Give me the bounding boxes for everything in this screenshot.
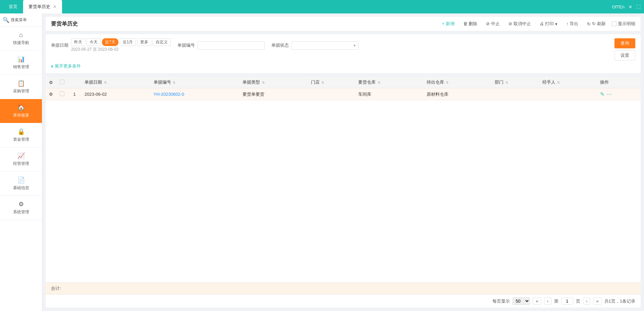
col-action-header: 操作: [597, 77, 641, 88]
col-req-warehouse-sort-icon: ⇅: [378, 81, 380, 84]
window-maximize-icon[interactable]: ⛶: [636, 4, 641, 9]
col-store-sort-icon: ⇅: [321, 81, 324, 84]
new-button-label: + 新增: [442, 21, 454, 27]
data-table: ⚙ 单据日期 ⇅ 单据编号 ⇅: [46, 77, 641, 100]
display-toggle[interactable]: 显示明细: [612, 21, 635, 27]
date-shortcut-list: 昨天 今天 近7天 近1月 更多 自定义: [71, 38, 171, 46]
col-department-header[interactable]: 部门 ⇅: [491, 77, 539, 88]
row-settings-icon[interactable]: ⚙: [46, 88, 56, 100]
date-btn-yesterday[interactable]: 昨天: [71, 38, 85, 46]
col-pending-warehouse-sort-icon: ⇅: [446, 81, 448, 84]
page-label: 第: [554, 298, 558, 304]
filter-buttons: 查询 设置: [614, 38, 635, 60]
col-settings-header[interactable]: ⚙: [46, 77, 56, 88]
col-date-header[interactable]: 单据日期 ⇅: [81, 77, 150, 88]
col-docno-sort-icon: ⇅: [173, 81, 175, 84]
tab-list: 首页 要货单历史 ✕: [3, 0, 62, 13]
sidebar-item-sales-label: 销售管理: [13, 64, 29, 70]
doc-number-filter-group: 单据编号: [177, 41, 265, 50]
date-shortcuts: 昨天 今天 近7天 近1月 更多 自定义 2023-05-27 至 2023-0…: [71, 38, 171, 52]
print-chevron-icon: ▾: [555, 21, 557, 27]
col-pending-warehouse-header[interactable]: 待出仓库 ⇅: [423, 77, 491, 88]
cancel-stop-button[interactable]: ⊘ 取消中止: [506, 19, 534, 28]
sidebar-item-purchase-label: 采购管理: [13, 88, 29, 94]
display-toggle-label: 显示明细: [618, 21, 635, 27]
row-action-edit-icon[interactable]: ✎: [600, 91, 604, 97]
row-doc-no[interactable]: YH-20230602-0: [150, 88, 239, 100]
doc-status-input[interactable]: [291, 41, 359, 50]
next-page-button[interactable]: ›: [583, 298, 590, 305]
sidebar-item-finance[interactable]: 🔒 资金管理: [0, 123, 42, 147]
page-header: 要货单历史 + 新增 🗑 删除 ⊘ 中止 ⊘ 取消中止 🖨 打印 ▾: [46, 17, 641, 31]
display-checkbox[interactable]: [612, 21, 616, 26]
col-handler-header[interactable]: 经手人 ⇅: [539, 77, 597, 88]
date-btn-7days[interactable]: 近7天: [102, 38, 118, 46]
tab-close-icon[interactable]: ✕: [53, 4, 56, 9]
date-btn-1month[interactable]: 近1月: [120, 38, 136, 46]
table-row: ⚙ 1 2023-06-02 YH-20230602-0 要货单要货 车间库 原…: [46, 88, 641, 100]
sidebar-item-basic-info[interactable]: 📄 基础信息: [0, 172, 42, 196]
expand-more[interactable]: ▾ 展开更多条件: [51, 63, 635, 69]
row-checkbox[interactable]: [56, 88, 68, 100]
row-store: [308, 88, 355, 100]
sidebar-item-system[interactable]: ⚙ 系统管理: [0, 196, 42, 220]
sidebar: 🔍 搜索菜单 ⌂ 快捷导航 📊 销售管理 📋 采购管理 🏠 库存核算 🔒 资金管…: [0, 13, 42, 311]
print-button[interactable]: 🖨 打印 ▾: [537, 19, 560, 28]
refresh-button[interactable]: ↻ ↻ 刷新: [584, 19, 608, 28]
filter-fields: 单据日期 昨天 今天 近7天 近1月 更多 自定义 2023-05-27 至 2…: [51, 38, 608, 52]
sidebar-item-sales[interactable]: 📊 销售管理: [0, 51, 42, 75]
tab-requisition-history[interactable]: 要货单历史 ✕: [23, 0, 62, 13]
setting-button[interactable]: 设置: [614, 50, 635, 60]
date-btn-more[interactable]: 更多: [137, 38, 151, 46]
sidebar-item-inventory[interactable]: 🏠 库存核算: [0, 99, 42, 123]
main-layout: 🔍 搜索菜单 ⌂ 快捷导航 📊 销售管理 📋 采购管理 🏠 库存核算 🔒 资金管…: [0, 13, 644, 311]
sidebar-item-quick-nav[interactable]: ⌂ 快捷导航: [0, 27, 42, 51]
system-icon: ⚙: [18, 201, 24, 208]
date-filter-group: 单据日期 昨天 今天 近7天 近1月 更多 自定义 2023-05-27 至 2…: [51, 38, 171, 52]
doc-number-input[interactable]: [198, 41, 265, 50]
header-checkbox[interactable]: [60, 80, 64, 84]
sidebar-item-purchase[interactable]: 📋 采购管理: [0, 75, 42, 99]
col-checkbox-header[interactable]: [56, 77, 68, 88]
per-page-select[interactable]: 50 20 100 200: [513, 297, 530, 305]
new-button[interactable]: + 新增: [439, 19, 457, 28]
prev-page-button[interactable]: ‹: [544, 298, 551, 305]
col-docno-header[interactable]: 单据编号 ⇅: [150, 77, 239, 88]
page-input[interactable]: [561, 298, 573, 305]
sidebar-item-operations-label: 经营管理: [13, 161, 29, 167]
toolbar: + 新增 🗑 删除 ⊘ 中止 ⊘ 取消中止 🖨 打印 ▾ ↑ 导出: [439, 19, 635, 28]
export-button[interactable]: ↑ 导出: [564, 19, 581, 28]
table-body: ⚙ 1 2023-06-02 YH-20230602-0 要货单要货 车间库 原…: [46, 88, 641, 100]
window-close-icon[interactable]: ✕: [629, 4, 632, 9]
col-store-header[interactable]: 门店 ⇅: [308, 77, 355, 88]
col-req-warehouse-header[interactable]: 要货仓库 ⇅: [355, 77, 423, 88]
table-scroll[interactable]: ⚙ 单据日期 ⇅ 单据编号 ⇅: [46, 77, 641, 282]
row-pending-warehouse: 原材料仓库: [423, 88, 491, 100]
brand-label: OfTEn: [612, 4, 625, 9]
refresh-button-label: ↻ 刷新: [592, 21, 606, 27]
first-page-button[interactable]: «: [533, 298, 541, 305]
inventory-icon: 🏠: [17, 104, 25, 111]
sidebar-search[interactable]: 🔍 搜索菜单: [0, 13, 42, 27]
expand-chevron-icon: ▾: [51, 64, 53, 69]
filter-main-row: 单据日期 昨天 今天 近7天 近1月 更多 自定义 2023-05-27 至 2…: [51, 38, 635, 60]
page-suffix: 页: [576, 298, 580, 304]
row-checkbox-box[interactable]: [60, 91, 64, 96]
stop-button[interactable]: ⊘ 中止: [483, 19, 502, 28]
row-num: 1: [68, 88, 81, 100]
tab-home[interactable]: 首页: [3, 0, 23, 13]
sidebar-item-operations[interactable]: 📈 经营管理: [0, 147, 42, 172]
query-button[interactable]: 查询: [614, 38, 635, 48]
delete-button[interactable]: 🗑 删除: [461, 19, 480, 28]
page-title: 要货单历史: [51, 20, 78, 28]
col-doctype-header[interactable]: 单据类型 ⇅: [239, 77, 307, 88]
date-range-display: 2023-05-27 至 2023-06-02: [71, 47, 171, 52]
sidebar-search-label: 搜索菜单: [11, 17, 27, 23]
date-btn-today[interactable]: 今天: [87, 38, 101, 46]
row-action-more-icon[interactable]: ⋯: [606, 91, 612, 97]
date-btn-custom[interactable]: 自定义: [153, 38, 171, 46]
last-page-button[interactable]: »: [593, 298, 601, 305]
per-page-label: 每页显示: [492, 298, 510, 304]
operations-icon: 📈: [17, 152, 25, 160]
row-handler: [539, 88, 597, 100]
